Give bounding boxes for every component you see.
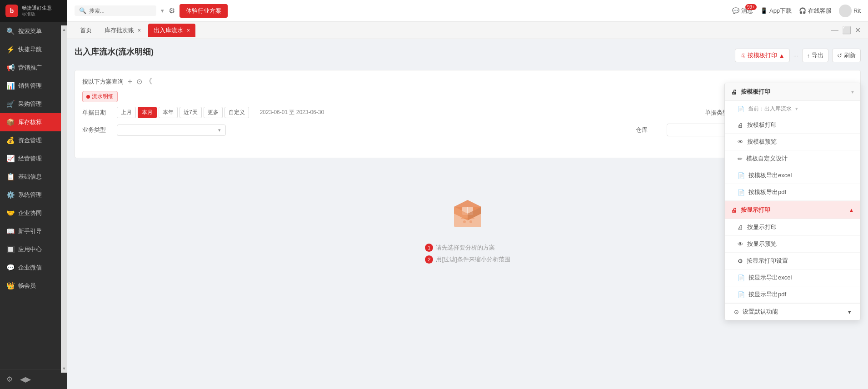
date-btn-this-month[interactable]: 本月 xyxy=(138,107,157,118)
sidebar-item-operations[interactable]: 📈 经营管理 xyxy=(0,150,67,168)
export-btn[interactable]: ↑ 导出 xyxy=(802,49,829,62)
scroll-up-arrow[interactable]: ▲ xyxy=(62,27,66,32)
step-num-1: 1 xyxy=(425,244,433,252)
dropdown-display-settings[interactable]: ⚙ 按显示打印设置 xyxy=(725,253,860,269)
scroll-down-arrow[interactable]: ▼ xyxy=(62,366,66,371)
dropdown-template-header[interactable]: 🖨 按模板打印 ▾ xyxy=(725,83,860,101)
dropdown-template-pdf[interactable]: 📄 按模板导出pdf xyxy=(725,184,860,201)
tab-batch-close[interactable]: × xyxy=(138,27,141,34)
sidebar-label-basic: 基础信息 xyxy=(18,173,61,181)
sidebar-label-system: 系统管理 xyxy=(18,191,61,199)
dropdown-display-header[interactable]: 🖨 按显示打印 ▲ xyxy=(725,201,860,219)
dropdown-template-preview-icon: 👁 xyxy=(738,139,743,145)
message-btn[interactable]: 💬 消息 99+ xyxy=(732,7,753,15)
dropdown-display-pdf[interactable]: 📄 按显示导出pdf xyxy=(725,286,860,303)
dropdown-template-print-icon: 🖨 xyxy=(738,122,743,129)
filter-add-icon[interactable]: ＋ xyxy=(126,77,134,86)
topbar-search[interactable]: 🔍 xyxy=(75,5,156,16)
sidebar-item-marketing[interactable]: 📢 营销推广 xyxy=(0,59,67,77)
topbar-settings-icon[interactable]: ⚙ xyxy=(169,6,175,15)
dropdown-template-design[interactable]: ✏ 模板自定义设计 xyxy=(725,150,860,167)
sidebar-item-inventory[interactable]: 📦 库存核算 xyxy=(0,113,67,131)
sidebar-icon-marketing: 📢 xyxy=(6,64,15,72)
topbar-search-dropdown[interactable]: ▾ xyxy=(161,7,164,14)
sidebar-icon-finance: 💰 xyxy=(6,136,15,145)
tab-close-all-icon[interactable]: ✕ xyxy=(855,26,861,35)
tab-batch-account[interactable]: 库存批次账 × xyxy=(99,24,146,37)
date-btn-7days[interactable]: 近7天 xyxy=(180,107,202,118)
sidebar-item-system[interactable]: ⚙️ 系统管理 xyxy=(0,186,67,204)
sidebar-item-cooperation[interactable]: 🤝 企业协同 xyxy=(0,204,67,222)
sidebar-label-guide: 新手引导 xyxy=(18,227,61,235)
warehouse-label: 仓库 xyxy=(636,126,663,134)
industry-btn[interactable]: 体验行业方案 xyxy=(180,4,228,18)
filter-settings-icon[interactable]: ⊙ xyxy=(136,77,142,86)
dropdown-template-print[interactable]: 🖨 按模板打印 xyxy=(725,117,860,134)
sidebar-icon-search: 🔍 xyxy=(6,27,15,35)
dropdown-template-excel-icon: 📄 xyxy=(738,172,745,179)
biz-select-arrow: ▾ xyxy=(218,127,221,133)
biz-type-select[interactable]: ▾ xyxy=(117,125,226,136)
active-filter-tag[interactable]: 流水明细 xyxy=(82,91,118,102)
tab-flow-close[interactable]: × xyxy=(187,27,190,34)
date-filter-btns: 上月 本月 本年 近7天 更多 自定义 xyxy=(117,107,249,118)
tab-home[interactable]: 首页 xyxy=(75,24,97,37)
app-download-btn[interactable]: 📱 App下载 xyxy=(760,7,792,15)
dropdown-display-preview[interactable]: 👁 按显示预览 xyxy=(725,236,860,253)
sidebar-item-sales[interactable]: 📊 销售管理 xyxy=(0,77,67,95)
sidebar-item-guide[interactable]: 📖 新手引导 xyxy=(0,222,67,240)
sidebar-item-apps[interactable]: 🔲 应用中心 xyxy=(0,240,67,259)
dropdown-template-design-label: 模板自定义设计 xyxy=(746,155,788,163)
dropdown-footer-arrow: ▾ xyxy=(848,309,851,315)
sidebar-item-finance[interactable]: 💰 资金管理 xyxy=(0,131,67,150)
sidebar-item-basic[interactable]: 📋 基础信息 xyxy=(0,168,67,186)
tab-minimize-icon[interactable]: — xyxy=(831,26,838,35)
sidebar-icon-cooperation: 🤝 xyxy=(6,209,15,217)
date-btn-more[interactable]: 更多 xyxy=(204,107,223,118)
dropdown-display-section: 🖨 按显示打印 ▲ 🖨 按显示打印 👁 按显示预览 ⚙ 按显示打印设置 xyxy=(725,201,860,304)
settings-icon[interactable]: ⚙ xyxy=(6,375,13,384)
dropdown-template-pdf-label: 按模板导出pdf xyxy=(748,188,786,196)
sidebar-label-marketing: 营销推广 xyxy=(18,64,61,72)
tab-maximize-icon[interactable]: ⬜ xyxy=(842,26,851,35)
divider1: ··· xyxy=(793,52,798,59)
tab-flow[interactable]: 出入库流水 × xyxy=(148,24,195,37)
sidebar-icon-inventory: 📦 xyxy=(6,118,15,126)
filter-tag-dot xyxy=(86,95,90,99)
filter-collapse-icon[interactable]: 《 xyxy=(145,77,152,86)
dropdown-display-excel[interactable]: 📄 按显示导出excel xyxy=(725,269,860,286)
sidebar-scrollbar[interactable]: ▲ ▼ xyxy=(61,25,67,373)
sidebar-item-search[interactable]: 🔍 搜索菜单 xyxy=(0,22,67,40)
collapse-icon[interactable]: ◀▶ xyxy=(20,375,31,384)
sidebar-item-wechat[interactable]: 💬 企业微信 xyxy=(0,259,67,277)
sidebar-icon-member: 👑 xyxy=(6,282,15,290)
refresh-btn[interactable]: ↺ 刷新 xyxy=(832,49,861,62)
user-name: Rit xyxy=(853,7,861,14)
sidebar-label-member: 畅会员 xyxy=(18,282,61,290)
template-print-btn[interactable]: 🖨 按模板打印 ▲ xyxy=(735,49,790,62)
dropdown-template-preview[interactable]: 👁 按模板预览 xyxy=(725,134,860,150)
sidebar-nav: 🔍 搜索菜单 ⚡ 快捷导航 📢 营销推广 📊 销售管理 🛒 采购管理 📦 库存核… xyxy=(0,22,67,369)
topbar: 🔍 ▾ ⚙ 体验行业方案 💬 消息 99+ 📱 App下载 🎧 在线客服 Rit xyxy=(67,0,868,22)
dropdown-panel: 🖨 按模板打印 ▾ 📄 当前：出入库流水 ▾ 🖨 按模板打印 👁 按模板预览 xyxy=(724,83,861,320)
refresh-label: 刷新 xyxy=(844,51,856,60)
dropdown-current-icon: 📄 xyxy=(738,106,744,112)
sidebar-item-member[interactable]: 👑 畅会员 xyxy=(0,277,67,295)
export-label: 导出 xyxy=(812,51,823,60)
message-icon: 💬 xyxy=(732,7,739,14)
dropdown-display-print[interactable]: 🖨 按显示打印 xyxy=(725,219,860,236)
app-name: 畅捷通好生意 xyxy=(22,5,52,11)
user-avatar[interactable]: Rit xyxy=(839,5,861,17)
date-btn-this-year[interactable]: 本年 xyxy=(159,107,178,118)
sidebar-item-purchase[interactable]: 🛒 采购管理 xyxy=(0,95,67,113)
sidebar-item-quick-nav[interactable]: ⚡ 快捷导航 xyxy=(0,40,67,59)
date-btn-last-month[interactable]: 上月 xyxy=(117,107,136,118)
dropdown-footer[interactable]: ⊙ 设置默认功能 ▾ xyxy=(725,304,860,320)
date-btn-custom[interactable]: 自定义 xyxy=(224,107,249,118)
dropdown-display-settings-label: 按显示打印设置 xyxy=(747,257,788,265)
dropdown-template-excel[interactable]: 📄 按模板导出excel xyxy=(725,167,860,184)
app-download-icon: 📱 xyxy=(760,7,768,14)
online-service-btn[interactable]: 🎧 在线客服 xyxy=(799,7,832,15)
search-input[interactable] xyxy=(89,8,144,14)
sidebar-icon-apps: 🔲 xyxy=(6,245,15,254)
